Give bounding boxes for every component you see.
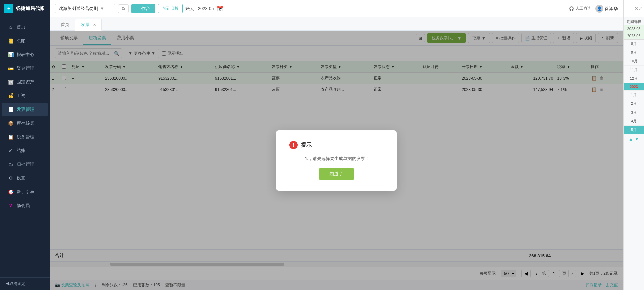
service-label: 人工咨询	[575, 6, 591, 11]
close-panel-button[interactable]: ✕	[634, 6, 639, 12]
modal-title: 提示	[301, 142, 312, 149]
sidebar-item-label: 发票管理	[17, 106, 34, 113]
sidebar-item-reports[interactable]: 📊 报表中心	[2, 48, 48, 61]
switch-version-button[interactable]: 切到旧版	[158, 4, 183, 13]
sidebar-item-label: 资金管理	[17, 65, 34, 71]
modal-header: ! 提示	[289, 141, 312, 149]
topbar-right: 🎧 人工咨询 👤 徐泽华	[569, 5, 618, 13]
sidebar-item-assets-mgmt[interactable]: 💳 资金管理	[2, 62, 48, 75]
chevron-down-icon: ▼	[100, 6, 104, 11]
copy-icon: ⧉	[122, 6, 125, 11]
modal-footer: 知道了	[319, 168, 354, 180]
modal-body: 亲，请先选择要生成单据的发票！	[304, 156, 369, 162]
period-item-11[interactable]: 11月	[624, 66, 644, 74]
sidebar-item-guide[interactable]: 🎯 新手引导	[2, 185, 48, 199]
sidebar-item-label: 税务管理	[17, 134, 34, 140]
unpin-label: ◀取消固定	[5, 281, 25, 287]
membership-icon: V	[7, 202, 14, 209]
period-selector-panel: ✕ ⤢ 期间选择 2023.05 2023.05 8月 9月 10月 11月 1…	[623, 0, 644, 290]
sidebar-item-fixed-assets[interactable]: 🏢 固定资产	[2, 75, 48, 89]
period-label: 账期 2023-05	[185, 6, 214, 12]
modal-dialog: ! 提示 亲，请先选择要生成单据的发票！ 知道了	[276, 130, 397, 191]
period-year-row1: 2023.05	[624, 25, 644, 32]
ledger-icon: 📒	[7, 38, 14, 44]
period-item-12[interactable]: 12月	[624, 74, 644, 83]
modal-ok-button[interactable]: 知道了	[319, 168, 354, 180]
period-up-button[interactable]: ▲	[629, 136, 633, 142]
fixed-assets-icon: 🏢	[7, 79, 14, 85]
sidebar-item-label: 结账	[17, 148, 25, 154]
sidebar-nav: ⌂ 首页 📒 总账 📊 报表中心 💳 资金管理 🏢 固定资产 💰 工资 🧾 发票…	[0, 17, 50, 277]
assets-mgmt-icon: 💳	[7, 65, 14, 72]
sidebar-item-ledger[interactable]: 📒 总账	[2, 34, 48, 48]
period-item-3[interactable]: 3月	[624, 108, 644, 117]
tab-invoice[interactable]: 发票 ✕	[75, 19, 102, 31]
sidebar-item-label: 固定资产	[17, 79, 34, 85]
sidebar-footer[interactable]: ◀取消固定	[0, 277, 50, 290]
tab-close-icon[interactable]: ✕	[93, 23, 96, 27]
sidebar-item-label: 工资	[17, 93, 25, 99]
copy-button[interactable]: ⧉	[118, 4, 129, 13]
sidebar-item-salary[interactable]: 💰 工资	[2, 89, 48, 102]
sidebar-item-label: 报表中心	[17, 52, 34, 58]
sidebar-item-archive[interactable]: 🗂 归档管理	[2, 158, 48, 171]
period-item-10[interactable]: 10月	[624, 57, 644, 66]
company-selector[interactable]: 沈海英测试经营勿删 ▼	[55, 4, 115, 13]
app-name: 畅捷通易代账	[16, 6, 44, 12]
sidebar: ✦ 畅捷通易代账 ⌂ 首页 📒 总账 📊 报表中心 💳 资金管理 🏢 固定资产 …	[0, 0, 50, 290]
salary-icon: 💰	[7, 92, 14, 99]
period-item-2023[interactable]: 2023	[624, 83, 644, 91]
calendar-icon[interactable]: 📅	[217, 5, 223, 12]
invoice-mgmt-icon: 🧾	[7, 106, 14, 113]
tab-home[interactable]: 首页	[55, 19, 75, 30]
main-content: 沈海英测试经营勿删 ▼ ⧉ 工作台 切到旧版 账期 2023-05 📅 🎧 人工…	[50, 0, 623, 290]
period-item-8[interactable]: 8月	[624, 40, 644, 48]
sidebar-item-label: 总账	[17, 38, 25, 44]
period-selector-title: 期间选择	[624, 17, 644, 25]
archive-icon: 🗂	[7, 161, 14, 168]
sidebar-item-closing[interactable]: ✔ 结账	[2, 144, 48, 157]
period-item-5[interactable]: 5月	[624, 126, 644, 134]
modal-overlay: ! 提示 亲，请先选择要生成单据的发票！ 知道了	[50, 31, 623, 290]
home-icon: ⌂	[7, 24, 14, 30]
topbar: 沈海英测试经营勿删 ▼ ⧉ 工作台 切到旧版 账期 2023-05 📅 🎧 人工…	[50, 0, 623, 17]
service-button[interactable]: 🎧 人工咨询	[569, 6, 591, 11]
workspace-button[interactable]: 工作台	[131, 4, 155, 13]
headset-icon: 🎧	[569, 6, 574, 11]
sidebar-item-label: 新手引导	[17, 189, 34, 195]
logo-icon: ✦	[4, 4, 13, 13]
period-nav-area: ▲ ▼	[624, 134, 644, 144]
period-panel-header: ✕ ⤢	[624, 0, 644, 17]
period-down-button[interactable]: ▼	[635, 136, 639, 142]
user-icon: 👤	[595, 5, 603, 13]
tab-home-label: 首页	[61, 22, 69, 27]
expand-panel-button[interactable]: ⤢	[639, 6, 643, 11]
sidebar-item-settings[interactable]: ⚙ 设置	[2, 171, 48, 185]
tab-invoice-label: 发票	[81, 22, 90, 27]
sidebar-item-membership[interactable]: V 畅会员	[2, 199, 48, 212]
tax-mgmt-icon: 📋	[7, 134, 14, 140]
period-year-row2: 2023.05	[624, 32, 644, 40]
sidebar-item-invoice-mgmt[interactable]: 🧾 发票管理	[2, 103, 48, 116]
sidebar-item-home[interactable]: ⌂ 首页	[2, 20, 48, 34]
sidebar-item-label: 首页	[17, 24, 25, 30]
period-item-9[interactable]: 9月	[624, 48, 644, 57]
settings-icon: ⚙	[7, 175, 14, 182]
user-name: 徐泽华	[605, 6, 618, 12]
sidebar-logo: ✦ 畅捷通易代账	[0, 0, 50, 17]
period-item-2[interactable]: 2月	[624, 99, 644, 108]
sidebar-item-inventory[interactable]: 📦 库存核算	[2, 117, 48, 130]
tabbar: 首页 发票 ✕	[50, 17, 623, 31]
user-profile[interactable]: 👤 徐泽华	[595, 5, 618, 13]
period-item-4[interactable]: 4月	[624, 117, 644, 126]
period-value: 2023-05	[198, 6, 214, 11]
company-name: 沈海英测试经营勿删	[59, 6, 98, 12]
sidebar-item-tax-mgmt[interactable]: 📋 税务管理	[2, 130, 48, 144]
reports-icon: 📊	[7, 51, 14, 58]
inventory-icon: 📦	[7, 120, 14, 127]
period-item-1[interactable]: 1月	[624, 91, 644, 99]
sidebar-item-label: 归档管理	[17, 161, 34, 167]
exclamation-icon: !	[293, 142, 294, 148]
sidebar-item-label: 库存核算	[17, 120, 34, 126]
modal-message: 亲，请先选择要生成单据的发票！	[304, 156, 369, 161]
